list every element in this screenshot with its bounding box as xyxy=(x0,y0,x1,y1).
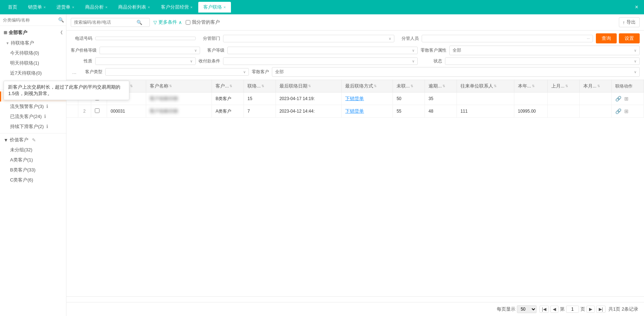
scatter-attr-field[interactable]: 全部 ∨ xyxy=(449,46,640,55)
horizontal-scrollbar[interactable] xyxy=(66,296,644,302)
scatter-customer-field[interactable]: 全部 ∨ xyxy=(272,67,640,77)
nav-product-analysis[interactable]: 商品分析 × xyxy=(80,2,112,13)
customer-type-field[interactable]: ∨ xyxy=(105,68,249,76)
col-last-contact-method[interactable]: 最后联络方式 ⇅ xyxy=(342,80,393,93)
sidebar-collapse-icon[interactable]: 《 xyxy=(58,30,62,36)
filter-row-1: 电话号码 分管部门 ∨ 分管人员 ··· 查询 设置 xyxy=(71,33,640,43)
chevron-up-icon: ∧ xyxy=(179,20,182,25)
col-this-month[interactable]: 本月... ⇅ xyxy=(579,80,611,93)
window-close-button[interactable]: × xyxy=(632,3,641,12)
first-page-btn[interactable]: |◀ xyxy=(539,306,549,313)
action-link-icon[interactable]: 🔗 xyxy=(615,108,621,114)
sidebar-item-tomorrow[interactable]: 明天待联络(1) xyxy=(0,58,66,68)
close-customer-tier-icon[interactable]: × xyxy=(190,5,193,9)
staff-field[interactable]: ··· xyxy=(422,35,593,42)
dots-button[interactable]: ... xyxy=(71,69,78,75)
col-contact[interactable]: 联络... ⇅ xyxy=(244,80,276,93)
my-customers-checkbox[interactable] xyxy=(186,20,190,25)
last-page-btn[interactable]: ▶| xyxy=(596,306,606,313)
row-select-checkbox[interactable] xyxy=(95,108,99,113)
row-last-contact-method[interactable]: 下销货单 xyxy=(342,93,393,105)
page-number-input[interactable] xyxy=(566,306,579,313)
price-grade-field[interactable]: ∨ xyxy=(99,47,200,54)
close-purchase-icon[interactable]: × xyxy=(72,5,74,9)
main-search-box[interactable]: 🔍 xyxy=(71,18,150,27)
row-last-contact-date: 2023-04-17 14:19: xyxy=(275,93,341,105)
action-grid-icon[interactable]: ⊞ xyxy=(624,108,629,114)
action-link-icon[interactable]: 🔗 xyxy=(615,96,621,102)
status-field[interactable]: ∨ xyxy=(445,57,640,65)
nav-sales[interactable]: 销货单 × xyxy=(23,2,51,13)
my-customers-checkbox-group[interactable]: 我分管的客户 xyxy=(186,19,220,25)
col-category[interactable]: 客户... ⇅ xyxy=(212,80,244,93)
grade-field[interactable]: ∨ xyxy=(227,47,418,54)
main-search-input[interactable] xyxy=(74,20,135,25)
sidebar-item-7days[interactable]: 近7天待联络(0) xyxy=(0,68,66,78)
sidebar-pending-group[interactable]: ▼ 待联络客户 xyxy=(0,38,66,48)
scatter-attr-label: 零散客户属性 xyxy=(421,47,446,53)
nav-customer-tier[interactable]: 客户分层经营 × xyxy=(156,2,198,13)
sidebar-item-churn-warning[interactable]: 流失预警客户(3) ℹ xyxy=(0,102,66,112)
sidebar-item-a-class[interactable]: A类客户(1) xyxy=(0,155,66,165)
col-not-contact[interactable]: 未联... ⇅ xyxy=(393,80,425,93)
filter-row-4: ... 客户类型 ∨ 零散客户 全部 ∨ xyxy=(71,67,640,77)
row-action: 🔗 ⊞ xyxy=(611,105,644,118)
sidebar-search-input[interactable] xyxy=(3,18,57,23)
col-this-year[interactable]: 本年... ⇅ xyxy=(514,80,547,93)
chevron-down-icon-3: ∨ xyxy=(194,48,197,52)
scatter-customer-label: 零散客户 xyxy=(252,69,269,75)
row-not-contact: 55 xyxy=(393,105,425,118)
settings-button[interactable]: 设置 xyxy=(619,33,640,43)
next-page-btn[interactable]: ▶ xyxy=(587,306,595,313)
action-grid-icon[interactable]: ⊞ xyxy=(624,96,629,102)
per-page-select[interactable]: 50 100 200 xyxy=(517,305,537,313)
col-last-month[interactable]: 上月... ⇅ xyxy=(547,80,579,93)
sidebar-item-declining[interactable]: 持续下滑客户(2) ℹ xyxy=(0,122,66,132)
page-navigation: |◀ ◀ 第 页 ▶ ▶| xyxy=(539,306,606,313)
close-product-analysis-icon[interactable]: × xyxy=(105,5,107,9)
sidebar-value-customer-group[interactable]: ▼ 价值客户 ✎ xyxy=(0,135,66,145)
query-button[interactable]: 查询 xyxy=(596,33,617,43)
close-customer-contact-icon[interactable]: × xyxy=(223,5,226,9)
prev-page-btn[interactable]: ◀ xyxy=(550,306,559,313)
sidebar-search-box[interactable]: 🔍 xyxy=(0,14,66,26)
row-contact: 15 xyxy=(244,93,276,105)
row-not-contact: 50 xyxy=(393,93,425,105)
close-sales-icon[interactable]: × xyxy=(43,5,46,9)
table-header-row: ⚙ # 客户编码 ⇅ 客户名称 ⇅ 客户... ⇅ 联络... ⇅ 最后联络日期… xyxy=(66,80,644,93)
col-name[interactable]: 客户名称 ⇅ xyxy=(146,80,212,93)
phone-field[interactable] xyxy=(95,37,196,40)
sidebar-all-customers[interactable]: ⊞ 全部客户 《 xyxy=(0,27,66,38)
chevron-down-icon-5: ∨ xyxy=(634,48,636,52)
row-category: A类客户 xyxy=(212,105,244,118)
row-unit-contact: 111 xyxy=(457,105,514,118)
export-button[interactable]: ↑ 导出 xyxy=(619,17,640,27)
col-last-contact-date[interactable]: 最后联络日期 ⇅ xyxy=(275,80,341,93)
sidebar-body: ⊞ 全部客户 《 ▼ 待联络客户 今天待联络(0) 明天待联络(1) 近7天待联… xyxy=(0,26,66,316)
dept-field[interactable]: ∨ xyxy=(223,35,394,42)
row-checkbox[interactable] xyxy=(91,105,107,118)
sidebar-item-c-class[interactable]: C类客户(6) xyxy=(0,175,66,185)
row-this-month xyxy=(579,93,611,105)
pay-field[interactable]: ∨ xyxy=(223,57,418,65)
col-unit-contact[interactable]: 往来单位联系人 ⇅ xyxy=(457,80,514,93)
per-page-group: 每页显示 50 100 200 xyxy=(497,305,537,313)
col-overdue[interactable]: 逾期... ⇅ xyxy=(425,80,457,93)
gender-field[interactable]: ∨ xyxy=(95,57,196,65)
sidebar-item-b-class[interactable]: B类客户(33) xyxy=(0,165,66,175)
sidebar-item-ungroup[interactable]: 未分组(32) xyxy=(0,145,66,155)
row-name: 客户名称示例 xyxy=(146,105,212,118)
sidebar-item-churned[interactable]: 已流失客户(24) ℹ xyxy=(0,112,66,122)
advanced-filter: 电话号码 分管部门 ∨ 分管人员 ··· 查询 设置 xyxy=(66,30,644,80)
grid-icon: ⊞ xyxy=(4,30,7,35)
row-last-month xyxy=(547,93,579,105)
row-last-contact-method[interactable]: 下销货单 xyxy=(342,105,393,118)
more-conditions-btn[interactable]: ▽ 更多条件 ∧ xyxy=(153,19,182,25)
nav-purchase[interactable]: 进货单 × xyxy=(51,2,79,13)
sidebar-item-today[interactable]: 今天待联络(0) xyxy=(0,48,66,58)
edit-icon[interactable]: ✎ xyxy=(32,137,36,143)
nav-product-list[interactable]: 商品分析列表 × xyxy=(113,2,155,13)
close-product-list-icon[interactable]: × xyxy=(148,5,150,9)
nav-home[interactable]: 首页 xyxy=(3,2,22,13)
nav-customer-contact[interactable]: 客户联络 × xyxy=(198,2,231,13)
